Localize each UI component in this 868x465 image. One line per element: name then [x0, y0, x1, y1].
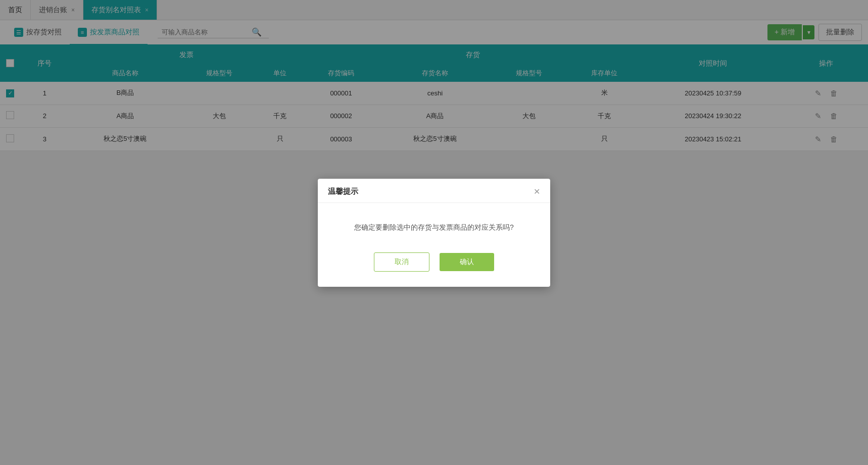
dialog-overlay: 温馨提示 ✕ 您确定要删除选中的存货与发票商品的对应关系吗? 取消 确认 — [0, 0, 868, 151]
